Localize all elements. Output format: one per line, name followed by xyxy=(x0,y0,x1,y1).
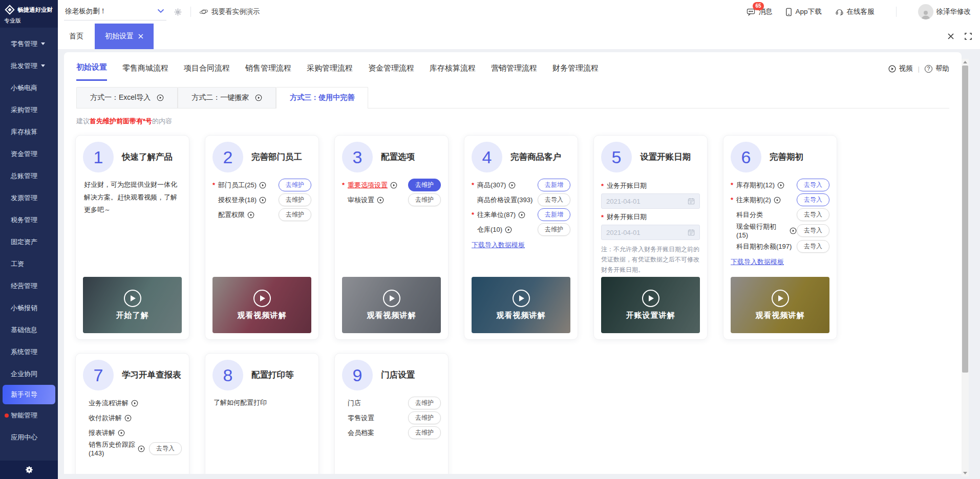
sidebar-item-7[interactable]: 总账管理 xyxy=(0,165,58,187)
play-circle-icon[interactable] xyxy=(377,197,384,204)
action-button-去维护[interactable]: 去维护 xyxy=(538,223,570,236)
download-template-link[interactable]: 下载导入数据模板 xyxy=(731,257,829,267)
close-all-icon[interactable] xyxy=(947,33,954,40)
sidebar-item-9[interactable]: 税务管理 xyxy=(0,209,58,231)
action-button-去新增[interactable]: 去新增 xyxy=(538,179,570,191)
action-button-去维护[interactable]: 去维护 xyxy=(408,426,441,439)
sidebar-item-1[interactable]: 零售管理 xyxy=(0,33,58,55)
page-tab-4[interactable]: 销售管理流程 xyxy=(245,63,291,80)
scrollbar-thumb[interactable] xyxy=(962,66,968,373)
sidebar-item-6[interactable]: 资金管理 xyxy=(0,143,58,165)
messages-button[interactable]: 65 消息 xyxy=(747,7,772,16)
play-circle-icon[interactable] xyxy=(259,197,266,204)
action-button-去导入[interactable]: 去导入 xyxy=(797,224,829,237)
action-button-去维护[interactable]: 去维护 xyxy=(408,411,441,424)
sidebar-item-15[interactable]: 系统管理 xyxy=(0,341,58,363)
page-tab-5[interactable]: 采购管理流程 xyxy=(307,63,353,80)
method-tab-2[interactable]: 方式二：一键搬家 xyxy=(178,87,276,108)
action-button-去导入[interactable]: 去导入 xyxy=(797,193,829,206)
play-circle-icon[interactable] xyxy=(790,227,797,234)
sidebar-item-19[interactable]: 应用中心 xyxy=(0,426,58,448)
sidebar-item-3[interactable]: 小畅电商 xyxy=(0,77,58,99)
play-circle-icon[interactable] xyxy=(247,211,254,219)
page-tab-8[interactable]: 营销管理流程 xyxy=(491,63,537,80)
play-circle-icon[interactable] xyxy=(259,182,266,189)
app-download-button[interactable]: App下载 xyxy=(785,7,821,16)
sidebar-item-11[interactable]: 工资 xyxy=(0,253,58,275)
date-input[interactable]: 2021-04-01 xyxy=(601,225,700,240)
action-button-去维护[interactable]: 去维护 xyxy=(279,208,311,221)
page-tab-1[interactable]: 初始设置 xyxy=(76,62,107,81)
sidebar-item-10[interactable]: 固定资产 xyxy=(0,231,58,253)
action-button-去导入[interactable]: 去导入 xyxy=(797,208,829,221)
page-tab-3[interactable]: 项目合同流程 xyxy=(184,63,230,80)
play-circle-icon[interactable] xyxy=(777,182,784,189)
tab-home[interactable]: 首页 xyxy=(58,24,95,49)
sidebar-item-13[interactable]: 小畅报销 xyxy=(0,297,58,319)
action-button-去维护[interactable]: 去维护 xyxy=(279,179,311,191)
method-tab-3[interactable]: 方式三：使用中完善 xyxy=(276,87,368,108)
help-button[interactable]: ?帮助 xyxy=(925,64,949,73)
play-circle-icon[interactable] xyxy=(124,415,132,422)
video-button[interactable]: 视频 xyxy=(888,64,913,73)
play-circle-icon[interactable] xyxy=(138,445,145,452)
play-circle-icon[interactable] xyxy=(118,429,125,437)
setup-tip: 建议首先维护前面带有*号的内容 xyxy=(76,117,949,126)
window-tab-strip: 首页 初始设置 xyxy=(58,24,980,49)
setup-cards-grid: 1快速了解产品好业财，可为您提供业财一体化解决方案。赶快观看视频，了解更多吧～开… xyxy=(75,135,950,474)
page-tab-2[interactable]: 零售商城流程 xyxy=(122,63,168,80)
action-button-去导入[interactable]: 去导入 xyxy=(797,240,829,253)
action-button-去维护[interactable]: 去维护 xyxy=(408,179,441,191)
scroll-down-arrow[interactable] xyxy=(963,472,967,474)
action-button-去导入[interactable]: 去导入 xyxy=(149,442,182,455)
card-title: 完善期初 xyxy=(770,151,803,163)
user-menu[interactable]: 徐泽华修改 xyxy=(918,4,971,19)
video-thumbnail[interactable]: 观看视频讲解 xyxy=(472,277,570,333)
fullscreen-icon[interactable] xyxy=(965,33,972,40)
settings-gear-icon[interactable] xyxy=(25,465,34,474)
play-circle-icon[interactable] xyxy=(508,182,516,189)
action-button-去导入[interactable]: 去导入 xyxy=(538,193,570,206)
sidebar-item-2[interactable]: 批发管理 xyxy=(0,55,58,77)
play-circle-icon[interactable] xyxy=(774,197,781,204)
sidebar-item-18[interactable]: 智能管理 xyxy=(0,404,58,426)
sidebar-item-12[interactable]: 经营管理 xyxy=(0,275,58,297)
page-tab-6[interactable]: 资金管理流程 xyxy=(368,63,414,80)
account-switcher[interactable]: 徐老板勿删！ xyxy=(64,4,166,20)
play-circle-icon[interactable] xyxy=(518,211,525,219)
play-circle-icon[interactable] xyxy=(390,182,397,189)
play-circle-icon[interactable] xyxy=(131,400,138,407)
sidebar-item-8[interactable]: 发票管理 xyxy=(0,187,58,209)
action-button-去维护[interactable]: 去维护 xyxy=(408,397,441,409)
sidebar-item-label: 智能管理 xyxy=(11,411,37,420)
method-tab-1[interactable]: 方式一：Excel导入 xyxy=(76,87,178,108)
date-input[interactable]: 2021-04-01 xyxy=(601,193,700,209)
video-thumbnail[interactable]: 观看视频讲解 xyxy=(342,277,441,333)
video-thumbnail[interactable]: 开始了解 xyxy=(83,277,182,333)
sidebar-item-17[interactable]: 新手引导 xyxy=(3,385,55,404)
download-template-link[interactable]: 下载导入数据模板 xyxy=(472,241,570,250)
scroll-up-arrow[interactable] xyxy=(963,61,967,63)
vertical-scrollbar[interactable] xyxy=(962,59,969,476)
item-label[interactable]: 重要选项设置 xyxy=(348,181,388,190)
video-thumbnail[interactable]: 观看视频讲解 xyxy=(212,277,311,333)
account-settings-gear-icon[interactable] xyxy=(174,8,182,16)
tab-close-icon[interactable] xyxy=(138,34,143,39)
action-button-去维护[interactable]: 去维护 xyxy=(408,193,441,206)
action-button-去维护[interactable]: 去维护 xyxy=(279,193,311,206)
online-service-button[interactable]: 在线客服 xyxy=(835,7,875,16)
video-play-icon xyxy=(642,290,659,307)
page-tab-9[interactable]: 财务管理流程 xyxy=(552,63,599,80)
video-thumbnail[interactable]: 观看视频讲解 xyxy=(731,277,829,333)
sidebar-item-4[interactable]: 采购管理 xyxy=(0,99,58,121)
page-tab-7[interactable]: 库存核算流程 xyxy=(430,63,476,80)
video-thumbnail[interactable]: 开账设置讲解 xyxy=(601,277,700,333)
sidebar-item-16[interactable]: 企业协同 xyxy=(0,363,58,385)
action-button-去导入[interactable]: 去导入 xyxy=(797,179,829,191)
action-button-去新增[interactable]: 去新增 xyxy=(538,208,570,221)
tab-initial-setup[interactable]: 初始设置 xyxy=(95,24,154,49)
play-circle-icon[interactable] xyxy=(505,226,512,233)
demo-link[interactable]: 我要看实例演示 xyxy=(199,7,260,16)
sidebar-item-5[interactable]: 库存核算 xyxy=(0,121,58,143)
sidebar-item-14[interactable]: 基础信息 xyxy=(0,319,58,341)
